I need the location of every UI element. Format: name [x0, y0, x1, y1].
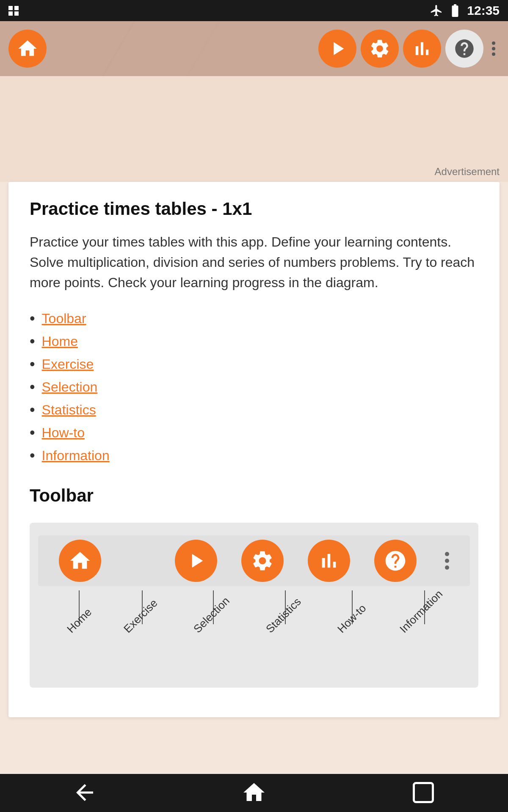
information-link[interactable]: Information — [42, 448, 110, 464]
label-selection: Selection — [191, 590, 236, 675]
status-bar-right: 12:35 — [430, 3, 500, 18]
label-information-text: Information — [397, 587, 445, 636]
list-item: Statistics — [30, 401, 478, 419]
settings-button[interactable] — [361, 30, 399, 68]
list-item: Home — [30, 332, 478, 350]
recents-icon — [411, 780, 436, 805]
diag-chart-btn[interactable] — [308, 540, 350, 582]
page-title: Practice times tables - 1x1 — [30, 199, 478, 219]
list-item: Selection — [30, 378, 478, 396]
play-icon — [326, 38, 348, 60]
chart-icon — [411, 38, 433, 60]
recents-button[interactable] — [406, 776, 440, 811]
label-statistics-text: Statistics — [263, 595, 304, 635]
label-selection-text: Selection — [191, 594, 232, 636]
gear-icon — [369, 38, 391, 60]
diag-play-icon — [184, 549, 208, 573]
diag-home-btn[interactable] — [59, 540, 101, 582]
intro-text: Practice your times tables with this app… — [30, 232, 478, 293]
list-item: Information — [30, 447, 478, 464]
ad-label: Advertisement — [435, 166, 500, 178]
list-item: Toolbar — [30, 310, 478, 327]
label-information: Information — [397, 590, 452, 675]
label-exercise-text: Exercise — [121, 596, 160, 635]
list-item: How-to — [30, 424, 478, 442]
section-title: Toolbar — [30, 486, 478, 506]
diagram-labels: Home Exercise Selection Statistics How-t… — [38, 586, 470, 679]
home-button[interactable] — [8, 30, 47, 68]
toolbar-right — [318, 30, 500, 68]
back-icon — [72, 780, 97, 805]
diag-more-dots[interactable] — [445, 552, 449, 570]
howto-link[interactable]: How-to — [42, 425, 85, 441]
help-button[interactable] — [445, 30, 483, 68]
toolbar-link[interactable]: Toolbar — [42, 311, 86, 326]
diag-gear-icon — [251, 549, 274, 573]
status-bar-left — [8, 6, 19, 16]
label-exercise: Exercise — [121, 590, 163, 675]
back-button[interactable] — [68, 776, 102, 811]
bottom-nav — [0, 774, 508, 812]
diag-play-btn[interactable] — [175, 540, 217, 582]
links-list: Toolbar Home Exercise Selection Statisti… — [30, 310, 478, 464]
toolbar-left — [8, 30, 318, 68]
content-card: Practice times tables - 1x1 Practice you… — [8, 182, 500, 717]
nav-home-icon — [241, 780, 267, 805]
diag-settings-btn[interactable] — [241, 540, 284, 582]
time-display: 12:35 — [467, 3, 500, 18]
toolbar-diagram: Home Exercise Selection Statistics How-t… — [30, 523, 478, 688]
list-item: Exercise — [30, 355, 478, 373]
svg-rect-0 — [414, 783, 433, 802]
diagram-icons-row — [38, 535, 470, 586]
grid-icon — [8, 6, 19, 16]
diag-home-icon — [68, 549, 92, 573]
top-toolbar — [0, 21, 508, 76]
play-button[interactable] — [318, 30, 356, 68]
statistics-link[interactable]: Statistics — [42, 402, 96, 418]
selection-link[interactable]: Selection — [42, 379, 98, 395]
diag-help-btn[interactable] — [374, 540, 417, 582]
airplane-icon — [430, 4, 443, 17]
diag-chart-icon — [317, 549, 341, 573]
home-icon — [17, 38, 39, 60]
more-menu-button[interactable] — [488, 37, 500, 60]
nav-home-button[interactable] — [237, 776, 271, 811]
label-home: Home — [64, 590, 94, 675]
home-link[interactable]: Home — [42, 334, 78, 349]
label-statistics: Statistics — [263, 590, 307, 675]
diag-question-icon — [384, 549, 407, 573]
stats-button[interactable] — [403, 30, 441, 68]
battery-icon — [447, 3, 463, 18]
question-icon — [453, 38, 475, 60]
exercise-link[interactable]: Exercise — [42, 357, 94, 372]
status-bar: 12:35 — [0, 0, 508, 21]
label-howto: How-to — [335, 590, 370, 675]
ad-banner: Advertisement — [0, 76, 508, 182]
